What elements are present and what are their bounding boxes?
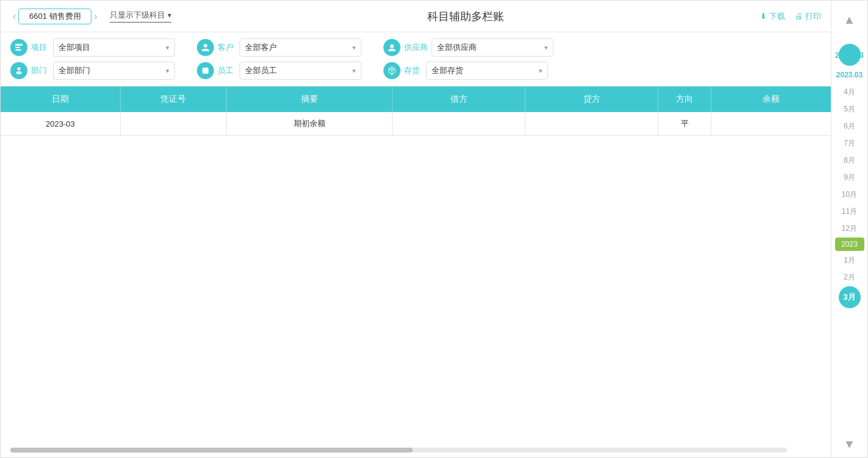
period-month-9[interactable]: 9月	[834, 169, 865, 185]
employee-label: 员工	[218, 65, 236, 76]
cell-direction: 平	[658, 112, 711, 136]
show-sub-label: 只显示下级科目	[110, 10, 165, 21]
svg-point-3	[390, 44, 394, 48]
period-down-button[interactable]: ▼	[841, 435, 858, 454]
download-icon: ⬇	[760, 12, 767, 21]
project-dropdown-icon: ▾	[166, 44, 169, 52]
inventory-select[interactable]: 全部存货 ▾	[426, 62, 548, 80]
period-month-3-active[interactable]: 3月	[839, 286, 861, 308]
period-list: 2023.03 2023.03 4月 5月 6月 7月 8月 9月 10月 11…	[831, 44, 867, 435]
customer-select-value: 全部客户	[245, 42, 352, 53]
customer-dropdown-icon: ▾	[352, 44, 356, 52]
data-table: 日期 凭证号 摘要 借方 贷方 方向 余额 2023-03 期初余额	[1, 86, 831, 136]
period-month-6[interactable]: 6月	[834, 118, 865, 134]
inventory-select-value: 全部存货	[432, 65, 539, 76]
cell-voucher	[120, 112, 226, 136]
supplier-select-value: 全部供应商	[437, 42, 544, 53]
project-icon	[10, 39, 27, 56]
table-row: 2023-03 期初余额 平	[1, 112, 831, 136]
svg-rect-0	[15, 44, 23, 46]
col-header-balance: 余额	[711, 86, 831, 112]
prev-account-button[interactable]: ‹	[10, 11, 18, 22]
horizontal-scrollbar[interactable]	[10, 448, 787, 453]
col-header-credit: 贷方	[525, 86, 658, 112]
period-month-8[interactable]: 8月	[834, 152, 865, 168]
project-select[interactable]: 全部项目 ▾	[53, 38, 175, 57]
supplier-select[interactable]: 全部供应商 ▾	[432, 38, 553, 57]
col-header-date: 日期	[1, 86, 120, 112]
period-month-12[interactable]: 12月	[834, 220, 865, 236]
employee-select-value: 全部员工	[245, 65, 352, 76]
supplier-dropdown-icon: ▾	[544, 44, 548, 52]
department-select-value: 全部部门	[59, 65, 166, 76]
employee-icon	[197, 62, 214, 79]
page-title: 科目辅助多栏账	[171, 9, 760, 24]
cell-date: 2023-03	[1, 112, 120, 136]
print-label: 打印	[805, 11, 821, 22]
supplier-icon	[383, 39, 400, 56]
period-header-2023-03-1[interactable]: 2023.03	[839, 44, 861, 66]
col-header-summary: 摘要	[226, 86, 392, 112]
inventory-dropdown-icon: ▾	[539, 67, 542, 75]
svg-rect-5	[202, 68, 208, 74]
cell-balance	[711, 112, 831, 136]
col-header-debit: 借方	[393, 86, 525, 112]
period-month-10[interactable]: 10月	[834, 186, 865, 202]
department-icon	[10, 62, 27, 79]
svg-rect-1	[15, 47, 20, 48]
filter-employee: 员工 全部员工 ▾	[197, 62, 361, 80]
show-sub-toggle[interactable]: 只显示下级科目 ▾	[110, 10, 171, 23]
filter-customer: 客户 全部客户 ▾	[197, 38, 361, 57]
customer-icon	[197, 39, 214, 56]
department-label: 部门	[31, 65, 49, 76]
inventory-label: 存货	[404, 65, 422, 76]
department-dropdown-icon: ▾	[166, 67, 169, 75]
employee-select[interactable]: 全部员工 ▾	[240, 62, 361, 80]
account-code-display: 6601 销售费用	[18, 9, 91, 24]
svg-point-4	[18, 68, 21, 71]
filter-project: 项目 全部项目 ▾	[10, 38, 175, 57]
filter-inventory: 存货 全部存货 ▾	[383, 62, 548, 80]
project-select-value: 全部项目	[59, 42, 166, 53]
right-panel: ▲ 2023.03 2023.03 4月 5月 6月 7月 8月 9月 10月 …	[831, 1, 867, 458]
period-year-2023[interactable]: 2023	[835, 238, 864, 251]
period-month-4[interactable]: 4月	[834, 84, 865, 100]
period-up-button[interactable]: ▲	[841, 10, 858, 29]
customer-label: 客户	[218, 42, 236, 53]
scroll-track	[10, 448, 787, 453]
next-account-button[interactable]: ›	[91, 11, 99, 22]
period-month-11[interactable]: 11月	[834, 203, 865, 219]
cell-debit	[393, 112, 525, 136]
table-header-row: 日期 凭证号 摘要 借方 贷方 方向 余额	[1, 86, 831, 112]
col-header-direction: 方向	[658, 86, 711, 112]
col-header-voucher: 凭证号	[120, 86, 226, 112]
print-button[interactable]: 🖨 打印	[795, 11, 821, 22]
period-month-1[interactable]: 1月	[834, 252, 865, 268]
filter-supplier: 供应商 全部供应商 ▾	[383, 38, 553, 57]
print-icon: 🖨	[795, 12, 803, 21]
period-month-7[interactable]: 7月	[834, 135, 865, 151]
employee-dropdown-icon: ▾	[352, 67, 356, 75]
filter-department: 部门 全部部门 ▾	[10, 62, 175, 80]
download-label: 下载	[769, 11, 785, 22]
cell-summary: 期初余额	[226, 112, 392, 136]
department-select[interactable]: 全部部门 ▾	[53, 62, 175, 80]
cell-credit	[525, 112, 658, 136]
period-header-2023-03-2[interactable]: 2023.03	[834, 67, 865, 83]
svg-rect-2	[15, 49, 21, 51]
project-label: 项目	[31, 42, 49, 53]
customer-select[interactable]: 全部客户 ▾	[240, 38, 361, 57]
period-month-2[interactable]: 2月	[834, 269, 865, 285]
period-month-5[interactable]: 5月	[834, 101, 865, 117]
table-container: 日期 凭证号 摘要 借方 贷方 方向 余额 2023-03 期初余额	[1, 86, 831, 449]
download-button[interactable]: ⬇ 下载	[760, 11, 785, 22]
scroll-thumb[interactable]	[10, 448, 413, 453]
supplier-label: 供应商	[404, 42, 428, 53]
inventory-icon	[383, 62, 400, 79]
